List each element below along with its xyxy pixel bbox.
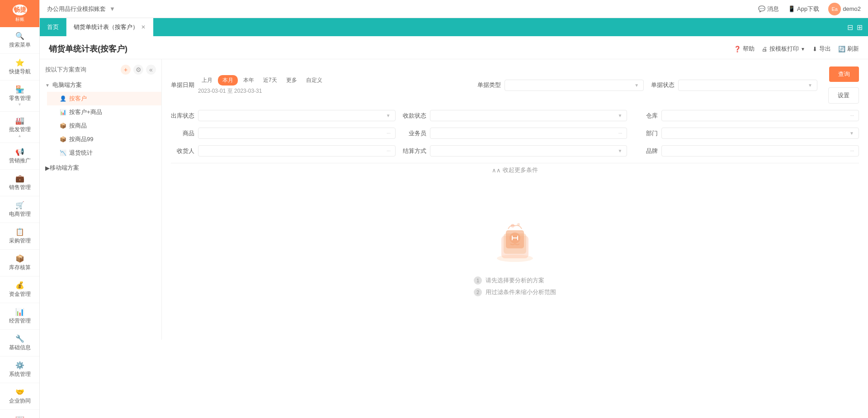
- scheme-item-return-stat[interactable]: 📉 退货统计: [47, 146, 161, 160]
- filter-settlement: 结算方式 ▼: [403, 145, 627, 157]
- doc-type-control[interactable]: ▼: [505, 80, 644, 91]
- template-print-btn[interactable]: 🖨 按模板打印 ▼: [762, 45, 805, 53]
- help-icon: ❓: [734, 46, 741, 52]
- scheme-collapse-btn[interactable]: «: [146, 65, 156, 75]
- export-label: 导出: [819, 45, 831, 53]
- tab-sales-stat[interactable]: 销货单统计表（按客户） ✕: [66, 18, 153, 36]
- scheme-item-by-customer[interactable]: 👤 按客户: [47, 92, 161, 105]
- operation-icon: 📊: [15, 308, 24, 316]
- sidebar-item-finance[interactable]: 💰 资金管理: [0, 276, 39, 303]
- app-download-btn[interactable]: 📱 App下载: [788, 5, 819, 13]
- brand-more-icon[interactable]: ···: [850, 148, 854, 153]
- receipt-status-control[interactable]: ▼: [430, 110, 627, 121]
- message-btn[interactable]: 💬 消息: [758, 5, 779, 13]
- filter-row-3: 商品 ··· 业务员 ··· 部门: [171, 128, 859, 139]
- out-status-arrow-icon: ▼: [386, 113, 391, 118]
- scheme-item-by-customer-goods[interactable]: 📊 按客户+商品: [47, 105, 161, 119]
- scheme-header-actions: + ⚙ «: [121, 65, 156, 75]
- refresh-btn[interactable]: 🔄 刷新: [838, 45, 859, 53]
- sidebar-item-basic[interactable]: 🔧 基础信息: [0, 330, 39, 356]
- scheme-item-return-stat-label: 退货统计: [69, 149, 93, 157]
- sidebar-item-inventory[interactable]: 📦 库存核算: [0, 250, 39, 276]
- receipt-status-arrow-icon: ▼: [618, 113, 622, 118]
- settlement-control[interactable]: ▼: [430, 145, 627, 157]
- tab-close-icon[interactable]: ✕: [141, 24, 146, 30]
- sidebar-item-guide[interactable]: 📖 新手引导: [0, 410, 39, 418]
- dept-control[interactable]: ▼: [661, 128, 859, 139]
- salesperson-more-icon[interactable]: ···: [618, 131, 622, 136]
- sidebar-item-retail[interactable]: 🏪 零售管理 ▼: [0, 81, 39, 112]
- scheme-item-by-goods[interactable]: 📦 按商品: [47, 119, 161, 133]
- scheme-item-by-goods-99-label: 按商品99: [69, 135, 93, 143]
- doc-status-control[interactable]: ▼: [678, 80, 817, 91]
- date-tab-this-month[interactable]: 本月: [218, 75, 238, 86]
- filter-out-status: 出库状态 ▼: [171, 110, 396, 121]
- guide-icon: 📖: [15, 414, 24, 418]
- scheme-desktop-header[interactable]: ▼ 电脑端方案: [40, 78, 161, 92]
- logo-sub-text: 标账: [15, 16, 24, 23]
- customer-goods-scheme-icon: 📊: [60, 109, 66, 115]
- collapse-bar[interactable]: ∧∧ 收起更多条件: [171, 163, 859, 177]
- warehouse-more-icon[interactable]: ···: [850, 113, 854, 118]
- receiver-more-icon[interactable]: ···: [387, 148, 390, 153]
- plus-icon: +: [124, 66, 127, 73]
- salesperson-control[interactable]: ···: [430, 128, 627, 139]
- sidebar-item-system[interactable]: ⚙️ 系统管理: [0, 356, 39, 383]
- collapse-icon: «: [149, 66, 153, 73]
- filter-row-2: 出库状态 ▼ 收款状态 ▼ 仓库: [171, 110, 859, 121]
- warehouse-control[interactable]: ···: [661, 110, 859, 121]
- date-tab-last-month[interactable]: 上月: [198, 75, 216, 86]
- sidebar-item-coop[interactable]: 🤝 企业协同: [0, 383, 39, 410]
- filter-doc-type: 单据类型 ▼: [477, 80, 644, 91]
- sales-icon: 💼: [15, 174, 24, 183]
- brand-control[interactable]: ···: [661, 145, 859, 157]
- dept-label: 部门: [634, 129, 658, 138]
- sidebar-item-marketing[interactable]: 📢 营销推广: [0, 143, 39, 170]
- scheme-item-by-goods-99[interactable]: 📦 按商品99: [47, 133, 161, 146]
- sidebar-item-sales[interactable]: 💼 销售管理: [0, 170, 39, 196]
- svg-point-9: [517, 223, 520, 226]
- scheme-desktop-label: 电脑端方案: [52, 81, 82, 89]
- tab-minimize-icon[interactable]: ⊟: [847, 23, 853, 32]
- filter-warehouse: 仓库 ···: [634, 110, 859, 121]
- dept-arrow-icon: ▼: [849, 131, 854, 136]
- receiver-control[interactable]: ···: [198, 145, 396, 157]
- purchase-icon: 📋: [15, 228, 24, 236]
- scheme-add-btn[interactable]: +: [121, 65, 131, 75]
- filter-area: 按以下方案查询 + ⚙ «: [40, 59, 868, 340]
- scheme-header: 按以下方案查询 + ⚙ «: [40, 65, 161, 78]
- tip-text-2: 用过滤条件来缩小分析范围: [486, 288, 556, 296]
- filter-salesperson: 业务员 ···: [403, 128, 627, 139]
- user-profile[interactable]: Ea demo2: [828, 3, 861, 15]
- help-label: 帮助: [743, 45, 755, 53]
- sidebar-item-purchase[interactable]: 📋 采购管理: [0, 223, 39, 250]
- tab-sales-stat-label: 销货单统计表（按客户）: [74, 23, 138, 31]
- date-tab-7days[interactable]: 近7天: [259, 75, 281, 86]
- date-label: 单据日期: [171, 81, 194, 89]
- date-tab-this-year[interactable]: 本年: [240, 75, 258, 86]
- out-status-control[interactable]: ▼: [198, 110, 396, 121]
- sidebar-item-search[interactable]: 🔍 搜索菜单: [0, 27, 39, 54]
- scheme-settings-btn[interactable]: ⚙: [133, 65, 143, 75]
- dropdown-arrow-icon[interactable]: ▼: [109, 5, 115, 12]
- sidebar-item-operation[interactable]: 📊 经营管理: [0, 303, 39, 330]
- tab-home[interactable]: 首页: [40, 18, 66, 36]
- export-btn[interactable]: ⬇ 导出: [812, 45, 831, 53]
- sidebar-item-wholesale[interactable]: 🏭 批发管理 ▲: [0, 112, 39, 143]
- wholesale-icon: 🏭: [15, 116, 24, 125]
- scheme-mobile-header[interactable]: ▶ 移动端方案: [40, 162, 161, 174]
- sidebar-item-quick-nav[interactable]: ⭐ 快捷导航: [0, 54, 39, 81]
- date-tab-custom[interactable]: 自定义: [302, 75, 326, 86]
- filter-row-4: 收货人 ··· 结算方式 ▼ 品牌: [171, 145, 859, 157]
- goods-control[interactable]: ···: [198, 128, 396, 139]
- goods-more-icon[interactable]: ···: [387, 131, 390, 136]
- inventory-icon: 📦: [15, 254, 24, 263]
- date-tab-more[interactable]: 更多: [283, 75, 301, 86]
- help-btn[interactable]: ❓ 帮助: [734, 45, 755, 53]
- setting-button[interactable]: 设置: [828, 87, 859, 104]
- scheme-header-title: 按以下方案查询: [45, 66, 86, 74]
- tab-maximize-icon[interactable]: ⊞: [857, 23, 863, 32]
- query-button[interactable]: 查询: [829, 66, 859, 82]
- sidebar-item-ecommerce[interactable]: 🛒 电商管理: [0, 196, 39, 223]
- section-arrow-icon: ▼: [45, 83, 50, 88]
